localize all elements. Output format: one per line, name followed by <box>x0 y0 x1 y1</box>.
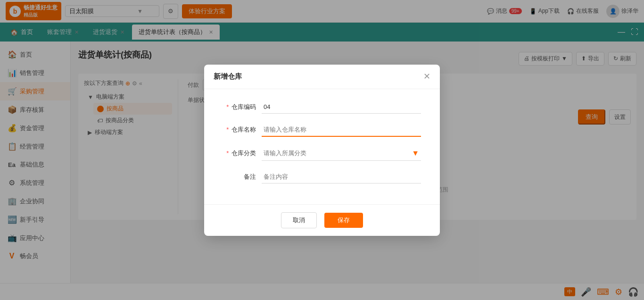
warehouse-code-row: * 仓库编码 <box>223 100 421 114</box>
dialog-header: 新增仓库 ✕ <box>204 65 440 89</box>
warehouse-name-row: * 仓库名称 <box>223 123 421 137</box>
warehouse-category-row: * 仓库分类 ▼ <box>223 146 421 161</box>
warehouse-note-row: 备注 <box>223 170 421 183</box>
new-warehouse-dialog: 新增仓库 ✕ * 仓库编码 * 仓库名称 <box>204 65 440 236</box>
warehouse-name-label: * 仓库名称 <box>223 125 256 134</box>
warehouse-code-label: * 仓库编码 <box>223 103 256 111</box>
required-mark-2: * <box>226 126 229 133</box>
dialog-footer: 取消 保存 <box>204 204 440 236</box>
required-mark: * <box>226 103 229 110</box>
warehouse-code-input[interactable] <box>262 100 421 114</box>
warehouse-note-input[interactable] <box>262 170 421 183</box>
dialog-title: 新增仓库 <box>214 72 242 81</box>
warehouse-category-select[interactable]: ▼ <box>262 146 421 161</box>
save-button[interactable]: 保存 <box>324 213 363 228</box>
category-input[interactable] <box>264 150 412 157</box>
modal-overlay: 新增仓库 ✕ * 仓库编码 * 仓库名称 <box>0 0 644 300</box>
dialog-close-icon[interactable]: ✕ <box>423 72 430 81</box>
warehouse-category-label: * 仓库分类 <box>223 149 256 158</box>
dialog-body: * 仓库编码 * 仓库名称 * 仓库分类 <box>204 89 440 204</box>
warehouse-name-input[interactable] <box>262 123 421 137</box>
warehouse-note-label: 备注 <box>223 173 256 181</box>
required-mark-3: * <box>226 150 229 157</box>
category-chevron-icon: ▼ <box>412 149 419 158</box>
cancel-button[interactable]: 取消 <box>281 212 317 228</box>
